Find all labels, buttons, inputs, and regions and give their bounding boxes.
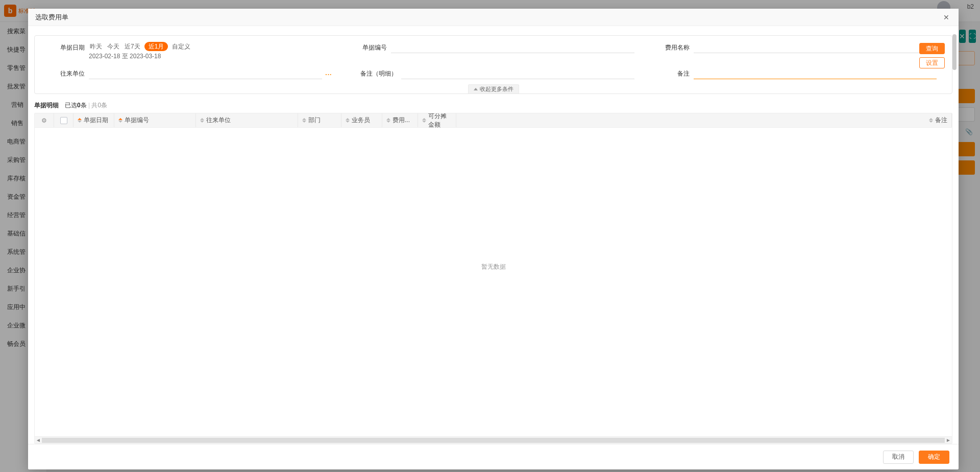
th-note[interactable]: 备注 [456,113,952,127]
selected-suffix: 条 [81,102,87,109]
filter-date: 单据日期 昨天 今天 近7天 近1月 自定义 2023-02-18 至 2023… [50,42,332,61]
detail-total: 共0条 [91,102,107,109]
date-tab-custom[interactable]: 自定义 [171,42,191,51]
scrollbar-thumb[interactable] [952,34,957,70]
th-dept-label: 部门 [308,116,321,125]
filter-note-detail-label: 备注（明细） [352,68,401,79]
filter-unit-label: 往来单位 [50,68,89,79]
collapse-label: 收起更多条件 [480,85,513,93]
modal-body: 单据日期 昨天 今天 近7天 近1月 自定义 2023-02-18 至 2023… [28,26,959,444]
chevron-up-icon [474,88,478,90]
filter-note-input[interactable] [694,68,937,79]
detail-table: ⚙ 单据日期 单据编号 往来单位 部门 [34,113,952,444]
scroll-left-icon[interactable]: ◄ [35,437,42,444]
date-quick-tabs: 昨天 今天 近7天 近1月 自定义 [89,42,332,51]
modal-header: 选取费用单 ✕ [28,9,959,26]
filter-note-label: 备注 [655,68,694,79]
th-fee[interactable]: 费用... [382,113,418,127]
date-tab-7d[interactable]: 近7天 [124,42,141,51]
sort-icon [929,118,933,123]
filter-note-detail-input[interactable] [401,68,634,79]
settings-button[interactable]: 设置 [919,57,945,68]
scroll-right-icon[interactable]: ► [945,437,952,444]
table-head: ⚙ 单据日期 单据编号 往来单位 部门 [35,113,952,128]
collapse-filters-button[interactable]: 收起更多条件 [468,84,519,93]
modal-footer: 取消 确定 [28,444,959,469]
detail-title: 单据明细 [34,101,59,110]
sort-icon [346,118,350,123]
th-unit[interactable]: 往来单位 [196,113,298,127]
scrollbar-track[interactable] [42,438,945,443]
sort-icon [78,118,82,123]
th-code[interactable]: 单据编号 [114,113,196,127]
select-expense-modal: 选取费用单 ✕ 单据日期 昨天 今天 近7天 近1月 自定义 2023-0 [28,9,959,469]
sort-icon [200,118,204,123]
th-date-label: 单据日期 [84,116,108,125]
filter-note: 备注 [655,68,937,79]
sort-icon [302,118,306,123]
th-date[interactable]: 单据日期 [74,113,114,127]
date-tab-today[interactable]: 今天 [106,42,120,51]
filter-feename: 费用名称 ··· [655,42,937,61]
selected-prefix: 已选 [65,102,77,109]
th-note-label: 备注 [935,116,947,125]
modal-close-button[interactable]: ✕ [941,12,951,22]
th-biz[interactable]: 业务员 [341,113,382,127]
selected-count: 0 [77,102,81,109]
filter-unit-input[interactable] [89,68,322,79]
horizontal-scrollbar[interactable]: ◄ ► [35,436,952,443]
th-dept[interactable]: 部门 [298,113,341,127]
cancel-button[interactable]: 取消 [883,451,914,464]
date-tab-1m[interactable]: 近1月 [144,42,168,51]
sort-icon [422,118,426,123]
scrollbar-thumb[interactable] [42,438,945,443]
select-all-cell [54,113,74,127]
modal-vertical-scrollbar[interactable] [952,34,957,434]
date-range-display: 2023-02-18 至 2023-03-18 [89,52,332,61]
ok-button[interactable]: 确定 [919,451,949,464]
filter-code: 单据编号 [352,42,634,61]
detail-header: 单据明细 已选0条 | 共0条 [34,101,952,110]
filter-feename-label: 费用名称 [655,42,694,53]
filter-unit: 往来单位 ··· [50,68,332,79]
th-amount[interactable]: 可分摊金额 [418,113,456,127]
empty-placeholder: 暂无数据 [481,262,506,271]
date-tab-yesterday[interactable]: 昨天 [89,42,103,51]
sort-icon [386,118,390,123]
filter-code-label: 单据编号 [352,42,391,53]
th-amt-label: 可分摊金额 [428,113,452,129]
table-body: 暂无数据 [35,128,952,436]
sort-icon [118,118,122,123]
filter-date-label: 单据日期 [50,42,89,53]
select-all-checkbox[interactable] [60,117,67,124]
th-code-label: 单据编号 [125,116,149,125]
filter-note-detail: 备注（明细） [352,68,634,79]
detail-selected: 已选0条 | 共0条 [65,101,107,110]
th-fee-label: 费用... [393,116,410,125]
filter-actions: 查询 设置 [919,43,945,68]
filter-code-input[interactable] [391,42,634,53]
filter-card: 单据日期 昨天 今天 近7天 近1月 自定义 2023-02-18 至 2023… [34,35,952,94]
column-config-button[interactable]: ⚙ [35,113,54,127]
unit-picker-button[interactable]: ··· [325,71,332,79]
filter-feename-input[interactable] [694,42,927,53]
modal-title: 选取费用单 [35,13,68,22]
search-button[interactable]: 查询 [919,43,945,54]
th-biz-label: 业务员 [352,116,370,125]
th-unit-label: 往来单位 [206,116,231,125]
filter-grid: 单据日期 昨天 今天 近7天 近1月 自定义 2023-02-18 至 2023… [50,42,937,79]
